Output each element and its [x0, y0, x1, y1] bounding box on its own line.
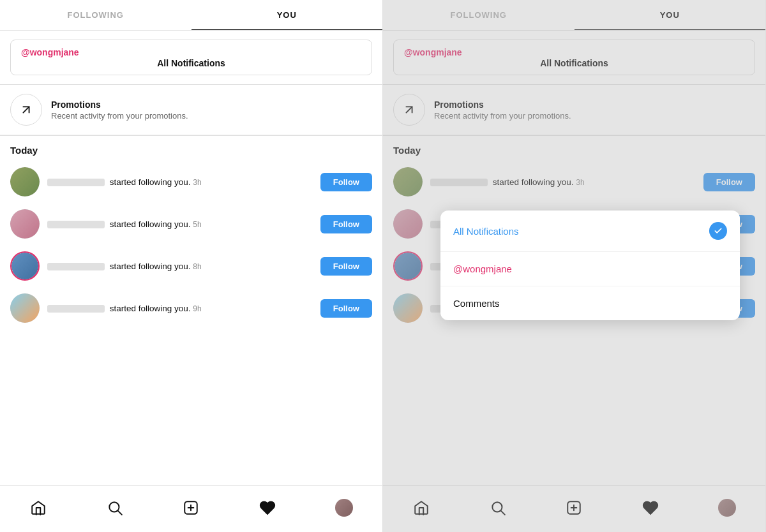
- filter-username-left: @wongmjane: [21, 47, 79, 57]
- nav-avatar-left: [335, 499, 353, 517]
- notif-item-1-right[interactable]: started following you. 3h Follow: [383, 161, 765, 203]
- promotions-left[interactable]: Promotions Recent activity from your pro…: [0, 85, 382, 135]
- notif-text-1-right: started following you. 3h: [430, 177, 696, 187]
- notif-item-4-left[interactable]: started following you. 9h Follow: [0, 287, 382, 329]
- tab-following-right[interactable]: FOLLOWING: [383, 0, 574, 30]
- nav-profile-left[interactable]: [330, 494, 358, 522]
- notif-item-1-left[interactable]: started following you. 3h Follow: [0, 161, 382, 203]
- username-blur-2-left: [47, 221, 105, 228]
- tab-bar-left: FOLLOWING YOU: [0, 0, 382, 31]
- left-panel: FOLLOWING YOU @wongmjane All Notificatio…: [0, 0, 383, 532]
- notif-text-1-left: started following you. 3h: [47, 177, 313, 187]
- notif-item-2-left[interactable]: started following you. 5h Follow: [0, 203, 382, 245]
- filter-label-left: All Notifications: [21, 58, 361, 68]
- avatar-2-right: [393, 209, 423, 239]
- avatar-4-left: [10, 293, 40, 323]
- svg-line-6: [406, 107, 412, 112]
- tab-you-left[interactable]: YOU: [192, 0, 383, 30]
- avatar-1-left: [10, 167, 40, 196]
- filter-label-right: All Notifications: [404, 58, 744, 68]
- nav-heart-left[interactable]: [253, 494, 282, 522]
- follow-btn-1-left[interactable]: Follow: [320, 173, 372, 191]
- avatar-2-left: [10, 209, 40, 239]
- username-blur-3-left: [47, 263, 105, 270]
- svg-line-0: [23, 107, 29, 112]
- dropdown-item-all-notifications[interactable]: All Notifications: [440, 211, 740, 252]
- tab-bar-right: FOLLOWING YOU: [383, 0, 765, 31]
- username-blur-4-left: [47, 305, 105, 313]
- nav-profile-right[interactable]: [713, 494, 741, 522]
- right-panel: FOLLOWING YOU @wongmjane All Notificatio…: [383, 0, 766, 532]
- nav-search-right[interactable]: [484, 494, 512, 522]
- promo-icon-right: [393, 94, 425, 126]
- promotions-right[interactable]: Promotions Recent activity from your pro…: [383, 85, 765, 135]
- filter-box-right[interactable]: @wongmjane All Notifications: [393, 40, 755, 75]
- follow-btn-4-left[interactable]: Follow: [320, 299, 372, 318]
- nav-home-right[interactable]: [407, 494, 435, 522]
- nav-avatar-right: [718, 499, 736, 517]
- nav-home-left[interactable]: [24, 494, 52, 522]
- notif-text-4-left: started following you. 9h: [47, 304, 313, 313]
- nav-search-left[interactable]: [101, 494, 129, 522]
- check-circle: [709, 222, 727, 240]
- filter-username-right: @wongmjane: [404, 47, 462, 57]
- dropdown-menu: All Notifications @wongmjane Comments: [440, 211, 740, 320]
- tab-you-right[interactable]: YOU: [574, 0, 766, 30]
- promo-icon-left: [10, 94, 42, 126]
- username-blur-1-left: [47, 179, 105, 186]
- tab-following-left[interactable]: FOLLOWING: [0, 0, 192, 30]
- dropdown-item-comments[interactable]: Comments: [440, 286, 740, 320]
- section-today-left: Today: [0, 136, 382, 161]
- avatar-4-right: [393, 293, 423, 323]
- nav-heart-right[interactable]: [636, 494, 665, 522]
- bottom-nav-left: [0, 485, 382, 532]
- svg-line-8: [501, 511, 505, 515]
- nav-add-right[interactable]: [560, 494, 588, 522]
- promo-text-left: Promotions Recent activity from your pro…: [51, 100, 188, 121]
- promo-text-right: Promotions Recent activity from your pro…: [434, 100, 571, 121]
- follow-btn-2-left[interactable]: Follow: [320, 215, 372, 233]
- svg-line-2: [118, 511, 122, 515]
- bottom-nav-right: [383, 485, 765, 532]
- follow-btn-1-right[interactable]: Follow: [703, 173, 755, 191]
- nav-add-left[interactable]: [177, 494, 205, 522]
- filter-box-left[interactable]: @wongmjane All Notifications: [10, 40, 372, 75]
- notif-item-3-left[interactable]: started following you. 8h Follow: [0, 245, 382, 287]
- avatar-3-right: [393, 251, 423, 281]
- username-blur-1-right: [430, 179, 488, 186]
- section-today-right: Today: [383, 136, 765, 161]
- follow-btn-3-left[interactable]: Follow: [320, 257, 372, 276]
- avatar-3-left: [10, 251, 40, 281]
- avatar-1-right: [393, 167, 423, 196]
- notif-text-2-left: started following you. 5h: [47, 219, 313, 229]
- dropdown-item-username[interactable]: @wongmjane: [440, 252, 740, 286]
- notif-text-3-left: started following you. 8h: [47, 262, 313, 271]
